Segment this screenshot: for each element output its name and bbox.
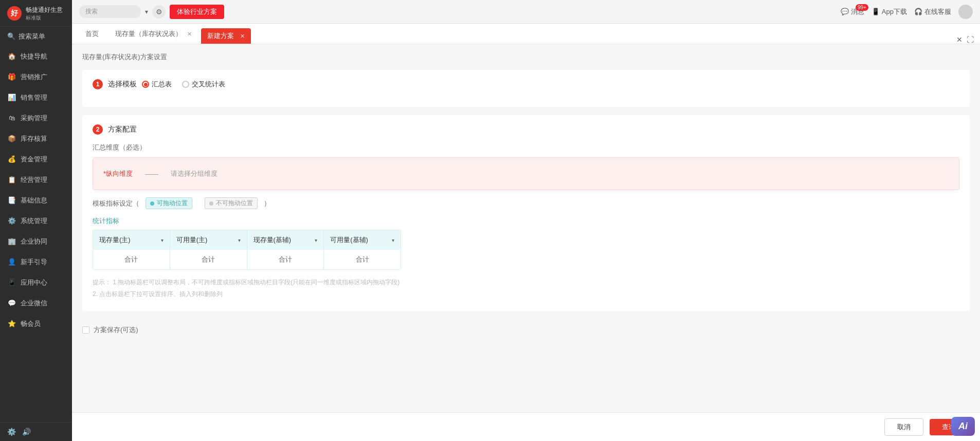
tips-item-1: 提示： 1.拖动标题栏可以调整布局，不可跨维度或指标区域拖动栏目字段(只能在同一…: [93, 278, 959, 287]
stats-table-header: 现存量(主) ▾ 可用量(主) ▾ 现存量(基辅) ▾ 可用量(基辅) ▾: [93, 230, 401, 250]
grid-icon: 📋: [7, 175, 16, 185]
stats-cell-1-4: 合计: [324, 250, 401, 269]
stats-table: 现存量(主) ▾ 可用量(主) ▾ 现存量(基辅) ▾ 可用量(基辅) ▾: [93, 230, 401, 270]
stats-table-body: 合计 合计 合计 合计: [93, 250, 401, 269]
tab-inventory-close-icon[interactable]: ✕: [187, 31, 192, 37]
online-service-group[interactable]: 🎧 在线客服: [914, 7, 951, 16]
topbar-gear-icon[interactable]: ⚙: [152, 5, 166, 19]
user-avatar[interactable]: [958, 5, 973, 19]
section2-num: 2: [93, 124, 103, 135]
tab-inventory-status[interactable]: 现存量（库存状况表） ✕: [108, 25, 199, 44]
sidebar-logo: 好 畅捷通好生意 标准版: [0, 0, 72, 27]
wechat-icon: 💬: [7, 299, 16, 308]
radio-cross[interactable]: 交叉统计表: [182, 80, 225, 89]
logo-text: 畅捷通好生意 标准版: [26, 6, 63, 21]
member-icon: ⭐: [7, 319, 16, 328]
indicator-close-paren: ）: [264, 199, 270, 208]
chart-icon: 📊: [7, 93, 16, 102]
sidebar: 好 畅捷通好生意 标准版 🔍 搜索菜单 🏠 快捷导航 🎁 营销推广 📊 销售管理…: [0, 0, 72, 441]
page-body: 现存量(库存状况表)方案设置 1 选择模板 汇总表 交叉统计表: [72, 44, 980, 412]
section2-title: 方案配置: [108, 125, 137, 134]
draggable-badge: 可拖动位置: [146, 197, 192, 209]
sidebar-item-finance[interactable]: 💰 资金管理: [0, 149, 72, 170]
tab-new-scheme[interactable]: 新建方案 ✕: [201, 28, 251, 44]
main-content: 搜索 ▾ ⚙ 体验行业方案 💬 消息 99+ 📱 App下载 🎧 在线客服: [72, 0, 980, 441]
save-checkbox[interactable]: [82, 326, 89, 334]
sidebar-item-enterprise[interactable]: 🏢 企业协同: [0, 231, 72, 252]
topbar-right: 💬 消息 99+ 📱 App下载 🎧 在线客服: [841, 5, 973, 19]
non-draggable-badge: 不可拖动位置: [205, 197, 258, 209]
topbar-search-box[interactable]: 搜索: [79, 5, 141, 18]
message-icon-group[interactable]: 💬 消息 99+: [841, 7, 864, 16]
bag-icon: 🛍: [7, 114, 16, 123]
app-download-group[interactable]: 📱 App下载: [872, 7, 907, 16]
sidebar-footer: ⚙️ 🔊: [0, 422, 72, 441]
tabs-bar: 首页 现存量（库存状况表） ✕ 新建方案 ✕ ✕ ⛶: [72, 24, 980, 44]
stats-col-4[interactable]: 可用量(基辅) ▾: [324, 230, 401, 250]
sidebar-item-apps[interactable]: 📱 应用中心: [0, 272, 72, 293]
logo-icon: 好: [7, 6, 22, 21]
bottom-bar: 取消 查询: [72, 412, 980, 441]
message-icon: 💬: [841, 8, 849, 15]
tab-new-scheme-close-icon[interactable]: ✕: [240, 33, 245, 40]
col3-chevron-icon: ▾: [315, 237, 317, 243]
message-badge: 99+: [856, 4, 868, 11]
page-title: 现存量(库存状况表)方案设置: [82, 52, 970, 62]
save-option: 方案保存(可选): [82, 319, 970, 341]
apps-icon: 📱: [7, 278, 16, 287]
tabs-controls: ✕ ⛶: [648, 35, 974, 44]
box-icon: 📦: [7, 134, 16, 143]
wallet-icon: 💰: [7, 155, 16, 164]
list-icon: 📑: [7, 196, 16, 205]
draggable-dot: [150, 201, 154, 206]
sidebar-item-inventory[interactable]: 📦 库存核算: [0, 128, 72, 149]
home-icon: 🏠: [7, 52, 16, 61]
radio-summary[interactable]: 汇总表: [142, 80, 172, 89]
phone-icon: 📱: [872, 8, 880, 15]
dimension-dash: ——: [145, 170, 158, 178]
sidebar-item-sales[interactable]: 📊 销售管理: [0, 87, 72, 108]
user-plus-icon: 👤: [7, 258, 16, 267]
section-config: 2 方案配置 汇总维度（必选） *纵向维度 —— 请选择分组维度 模板指标设定（…: [82, 115, 970, 311]
speaker-icon[interactable]: 🔊: [22, 428, 31, 436]
sidebar-search[interactable]: 🔍 搜索菜单: [0, 27, 72, 46]
tab-home[interactable]: 首页: [78, 25, 106, 44]
sidebar-item-marketing[interactable]: 🎁 营销推广: [0, 67, 72, 87]
stats-cell-1-1: 合计: [93, 250, 170, 269]
tips-section: 提示： 1.拖动标题栏可以调整布局，不可跨维度或指标区域拖动栏目字段(只能在同一…: [93, 278, 959, 299]
cancel-button[interactable]: 取消: [884, 418, 923, 436]
section1-header: 1 选择模板 汇总表 交叉统计表: [93, 79, 959, 89]
sidebar-item-member[interactable]: ⭐ 畅会员: [0, 314, 72, 334]
section2-header: 2 方案配置: [93, 124, 959, 135]
dimension-row[interactable]: *纵向维度 —— 请选择分组维度: [93, 157, 959, 190]
dimension-config: 汇总维度（必选） *纵向维度 —— 请选择分组维度: [93, 143, 959, 190]
settings-footer-icon[interactable]: ⚙️: [7, 428, 16, 436]
tips-title: 提示：: [93, 279, 111, 286]
col2-chevron-icon: ▾: [238, 237, 241, 243]
ai-badge[interactable]: Ai: [951, 417, 975, 436]
sidebar-item-newbie[interactable]: 👤 新手引导: [0, 252, 72, 272]
stats-col-3[interactable]: 现存量(基辅) ▾: [247, 230, 324, 250]
sidebar-item-quick-nav[interactable]: 🏠 快捷导航: [0, 46, 72, 67]
sidebar-item-basic[interactable]: 📑 基础信息: [0, 190, 72, 211]
stats-col-1[interactable]: 现存量(主) ▾: [93, 230, 170, 250]
sidebar-item-system[interactable]: ⚙️ 系统管理: [0, 211, 72, 231]
topbar: 搜索 ▾ ⚙ 体验行业方案 💬 消息 99+ 📱 App下载 🎧 在线客服: [72, 0, 980, 24]
sidebar-item-operation[interactable]: 📋 经营管理: [0, 170, 72, 190]
indicator-label-text: 模板指标设定（: [93, 199, 139, 208]
section1-title: 选择模板: [108, 80, 137, 89]
topbar-dropdown[interactable]: ▾: [145, 8, 148, 15]
tips-item-2: 2. 点击标题栏下拉可设置排序、插入列和删除列: [93, 290, 959, 299]
radio-summary-circle: [142, 81, 149, 88]
sidebar-item-purchase[interactable]: 🛍 采购管理: [0, 108, 72, 128]
dimension-label: 汇总维度（必选）: [93, 143, 959, 152]
tab-close-all-icon[interactable]: ✕: [956, 35, 963, 44]
sidebar-item-wechat[interactable]: 💬 企业微信: [0, 293, 72, 314]
stats-label: 统计指标: [93, 216, 959, 226]
stats-col-2[interactable]: 可用量(主) ▾: [170, 230, 247, 250]
save-label: 方案保存(可选): [94, 325, 138, 335]
tab-expand-icon[interactable]: ⛶: [967, 35, 974, 44]
dimension-placeholder: 请选择分组维度: [171, 169, 217, 178]
trial-button[interactable]: 体验行业方案: [170, 5, 224, 19]
stats-cell-1-2: 合计: [170, 250, 247, 269]
